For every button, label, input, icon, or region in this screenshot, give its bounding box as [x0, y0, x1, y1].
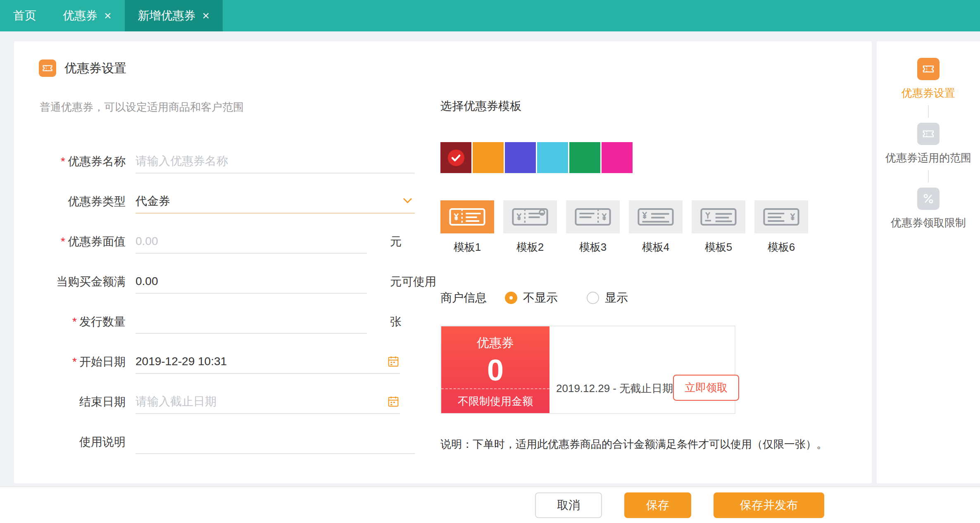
- coupon-name-input-wrap: [136, 150, 415, 174]
- ticket-icon: [917, 123, 940, 145]
- step-connector: [928, 105, 929, 118]
- ticket-icon: [762, 205, 801, 229]
- tab-bar: 首页 优惠券 × 新增优惠券 ×: [0, 0, 980, 31]
- form-row-end-date: 结束日期: [40, 382, 445, 422]
- coupon-name-input[interactable]: [136, 155, 415, 168]
- color-swatch[interactable]: [537, 142, 568, 173]
- calendar-icon[interactable]: [387, 355, 400, 368]
- ticket-icon: [636, 205, 675, 229]
- card-header: 优惠券设置: [39, 59, 126, 77]
- tab-new-coupon[interactable]: 新增优惠券 ×: [125, 0, 223, 31]
- template-label: 模板6: [754, 240, 808, 254]
- min-amount-suffix: 元可使用: [390, 274, 436, 290]
- ticket-icon: [511, 205, 549, 229]
- page-subtitle: 普通优惠券，可以设定适用商品和客户范围: [40, 100, 244, 114]
- footer-buttons: 取消 保存 保存并发布: [535, 492, 824, 518]
- ticket-icon: [917, 58, 940, 80]
- form-row-face-value: *优惠券面值 元: [40, 221, 445, 262]
- preview-limit: 不限制使用金额: [458, 389, 533, 413]
- close-icon[interactable]: ×: [104, 10, 112, 22]
- claim-button[interactable]: 立即领取: [673, 375, 739, 401]
- end-date-input[interactable]: [136, 395, 387, 408]
- template-option-2[interactable]: 模板2: [503, 200, 557, 254]
- close-icon[interactable]: ×: [202, 10, 210, 22]
- step-claim-limit[interactable]: 优惠券领取限制: [891, 188, 966, 230]
- face-value-label: *优惠券面值: [40, 234, 136, 250]
- template-option-1[interactable]: 模板1: [440, 200, 494, 254]
- coupon-preview-info: 2019.12.29 - 无截止日期 立即领取: [549, 326, 735, 413]
- template-thumbnail: [566, 200, 620, 233]
- step-label: 优惠券设置: [902, 86, 955, 100]
- quantity-input[interactable]: [136, 315, 367, 328]
- usage-label: 使用说明: [40, 434, 136, 450]
- ticket-icon: [573, 205, 612, 229]
- calendar-icon[interactable]: [387, 395, 400, 408]
- template-thumbnail: [503, 200, 557, 233]
- ticket-icon: [448, 205, 487, 229]
- form-row-min-amount: 当购买金额满 元可使用: [40, 262, 445, 302]
- quantity-label: *发行数量: [40, 314, 136, 330]
- step-coupon-scope[interactable]: 优惠券适用的范围: [885, 123, 971, 165]
- form-row-usage: 使用说明: [40, 422, 445, 462]
- usage-note: 说明：下单时，适用此优惠券商品的合计金额满足条件才可以使用（仅限一张）。: [440, 437, 858, 452]
- template-thumbnail: [754, 200, 808, 233]
- template-option-3[interactable]: 模板3: [566, 200, 620, 254]
- start-date-input-wrap: [136, 350, 400, 374]
- face-value-suffix: 元: [390, 234, 402, 250]
- required-mark: *: [72, 355, 77, 368]
- tab-home[interactable]: 首页: [0, 0, 50, 31]
- template-option-5[interactable]: 模板5: [692, 200, 745, 254]
- cancel-button[interactable]: 取消: [535, 492, 602, 518]
- preview-amount: 0: [487, 352, 504, 388]
- merchant-info-row: 商户信息 不显示 显示: [440, 290, 858, 306]
- start-date-input[interactable]: [136, 355, 387, 368]
- preview-title: 优惠券: [477, 335, 514, 352]
- save-button[interactable]: 保存: [624, 492, 691, 518]
- save-publish-button[interactable]: 保存并发布: [714, 492, 824, 518]
- color-swatch[interactable]: [602, 142, 633, 173]
- required-mark: *: [61, 235, 65, 248]
- face-value-input[interactable]: [136, 235, 367, 248]
- merchant-show-radio[interactable]: 显示: [587, 290, 628, 306]
- step-label: 优惠券领取限制: [891, 216, 966, 230]
- end-date-input-wrap: [136, 390, 400, 414]
- tab-label: 优惠券: [63, 8, 98, 24]
- merchant-info-label: 商户信息: [440, 290, 487, 306]
- color-swatches: [440, 142, 858, 173]
- template-option-4[interactable]: 模板4: [629, 200, 683, 254]
- coupon-preview: 优惠券 0 不限制使用金额 2019.12.29 - 无截止日期 立即领取: [440, 326, 735, 414]
- percent-icon: [917, 188, 940, 210]
- tab-coupons[interactable]: 优惠券 ×: [50, 0, 125, 31]
- color-swatch[interactable]: [569, 142, 600, 173]
- ticket-icon: [699, 205, 738, 229]
- color-swatch[interactable]: [505, 142, 536, 173]
- chevron-down-icon: [403, 195, 412, 203]
- radio-label: 不显示: [523, 290, 558, 306]
- template-label: 模板3: [566, 240, 620, 254]
- template-thumbnail: [692, 200, 745, 233]
- template-list: 模板1 模板2: [440, 200, 858, 254]
- form-row-coupon-name: *优惠券名称: [40, 141, 445, 181]
- template-option-6[interactable]: 模板6: [754, 200, 808, 254]
- template-section-title: 选择优惠券模板: [440, 98, 858, 114]
- coupon-icon: [39, 59, 56, 77]
- template-label: 模板4: [629, 240, 683, 254]
- steps-sidebar: 优惠券设置 优惠券适用的范围 优惠券领取限制: [877, 41, 980, 483]
- coupon-name-label: *优惠券名称: [40, 154, 136, 169]
- template-label: 模板2: [503, 240, 557, 254]
- color-swatch-selected[interactable]: [440, 142, 471, 173]
- step-connector: [928, 170, 929, 183]
- coupon-type-select[interactable]: 代金券: [136, 190, 415, 214]
- min-amount-label: 当购买金额满: [40, 274, 136, 290]
- usage-input[interactable]: [136, 435, 415, 448]
- color-swatch[interactable]: [473, 142, 504, 173]
- min-amount-input[interactable]: [136, 275, 367, 288]
- merchant-hide-radio[interactable]: 不显示: [505, 290, 558, 306]
- required-mark: *: [61, 155, 65, 168]
- usage-input-wrap: [136, 430, 415, 454]
- step-coupon-settings[interactable]: 优惠券设置: [902, 58, 955, 100]
- radio-unchecked-icon: [587, 292, 599, 304]
- footer-bar: 取消 保存 保存并发布: [0, 487, 980, 523]
- template-label: 模板1: [440, 240, 494, 254]
- form-row-start-date: *开始日期: [40, 342, 445, 382]
